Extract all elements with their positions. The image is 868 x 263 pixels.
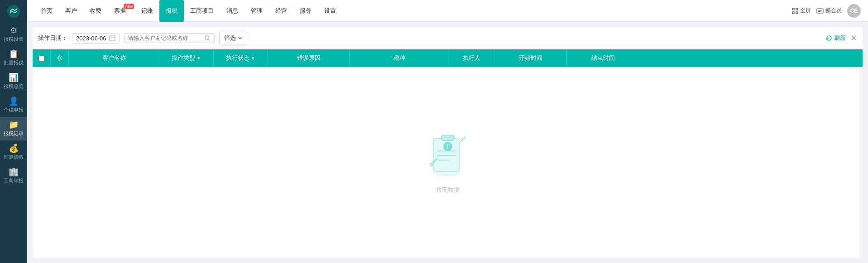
sidebar-item-baoshui-jilu[interactable]: 📁 报税记录 — [0, 117, 27, 141]
toolbar: 操作日期： 2023-06-06 筛选 刷新 — [33, 27, 863, 49]
overview-icon: 📊 — [9, 73, 19, 82]
svg-text:!: ! — [446, 143, 449, 150]
search-input[interactable] — [128, 35, 203, 41]
search-box[interactable] — [124, 33, 215, 43]
nav-guanli[interactable]: 管理 — [245, 0, 269, 22]
nav-items: 首页 客户 收费 票据 new 记账 报税 工商项目 消息 — [34, 0, 792, 22]
date-label: 操作日期： — [38, 34, 67, 42]
th-executor: 执行人 — [449, 49, 494, 67]
sort-icon: ▼ — [251, 56, 255, 61]
fullscreen-button[interactable]: 全屏 — [792, 7, 811, 15]
settings-icon: ⚙ — [10, 26, 17, 34]
svg-rect-1 — [792, 8, 794, 10]
avatar[interactable]: CE — [847, 4, 861, 18]
close-button[interactable]: ✕ — [850, 34, 857, 42]
person-icon: 👤 — [9, 97, 19, 105]
refresh-button[interactable]: 刷新 — [826, 34, 846, 42]
batch-icon: 📋 — [9, 50, 19, 58]
topnav: 首页 客户 收费 票据 new 记账 报税 工商项目 消息 — [27, 0, 868, 22]
svg-rect-2 — [796, 8, 798, 10]
topnav-right: 全屏 畅会员 CE — [792, 4, 861, 18]
gear-icon — [57, 55, 63, 61]
company-icon: 🏢 — [9, 168, 19, 176]
th-error-reason: 错误原因 — [268, 49, 350, 67]
svg-point-20 — [435, 171, 460, 176]
svg-point-19 — [464, 136, 465, 138]
nav-jingying[interactable]: 经营 — [269, 0, 293, 22]
nav-xiaoxi[interactable]: 消息 — [220, 0, 245, 22]
filter-button[interactable]: 筛选 — [219, 32, 247, 44]
sidebar: ⚙ 报税设置 📋 批量报税 📊 报税总览 👤 个税申报 📁 报税记录 💰 汇算清… — [0, 0, 27, 263]
scrollbar[interactable] — [859, 67, 863, 258]
chevron-down-icon — [238, 36, 242, 40]
th-customer-name: 客户名称 — [69, 49, 159, 67]
svg-rect-5 — [817, 9, 823, 13]
th-end-time: 结束时间 — [567, 49, 639, 67]
sidebar-item-baoshui-zonlan[interactable]: 📊 报税总览 — [0, 70, 27, 93]
sidebar-logo[interactable] — [0, 0, 27, 23]
sidebar-item-label: 批量报税 — [4, 59, 24, 66]
svg-rect-4 — [796, 12, 798, 14]
refresh-icon — [826, 35, 832, 41]
toolbar-right: 刷新 ✕ — [826, 34, 857, 42]
content-panel: 操作日期： 2023-06-06 筛选 刷新 — [33, 27, 863, 258]
empty-text: 暂无数据 — [436, 186, 460, 194]
content: 操作日期： 2023-06-06 筛选 刷新 — [27, 22, 868, 263]
date-value: 2023-06-06 — [76, 35, 106, 42]
th-settings[interactable] — [51, 49, 69, 67]
nav-baoshui[interactable]: 报税 — [159, 0, 184, 22]
svg-rect-6 — [110, 36, 115, 41]
select-all-checkbox[interactable] — [38, 55, 44, 61]
table-header: 客户名称 操作类型 ▼ 执行状态 ▼ 错误原因 税种 — [33, 49, 863, 67]
sidebar-item-label: 报税设置 — [4, 36, 24, 43]
calendar-icon — [109, 35, 115, 41]
nav-fuwu[interactable]: 服务 — [293, 0, 318, 22]
new-badge: new — [124, 4, 134, 10]
sidebar-item-gongshang-nianbao[interactable]: 🏢 工商年报 — [0, 164, 27, 188]
th-checkbox[interactable] — [33, 49, 51, 67]
member-button[interactable]: 畅会员 — [816, 7, 842, 15]
payment-icon: 💰 — [9, 144, 19, 152]
date-input[interactable]: 2023-06-06 — [72, 33, 120, 44]
nav-jizhang[interactable]: 记账 — [135, 0, 159, 22]
svg-point-17 — [430, 163, 433, 166]
svg-point-8 — [58, 57, 61, 59]
nav-shezhi[interactable]: 设置 — [318, 0, 342, 22]
sidebar-item-label: 汇算清缴 — [4, 154, 24, 161]
th-start-time: 开始时间 — [494, 49, 567, 67]
empty-illustration: ! — [425, 131, 470, 180]
nav-customer[interactable]: 客户 — [59, 0, 83, 22]
svg-rect-3 — [792, 12, 794, 14]
sidebar-item-label: 个税申报 — [4, 107, 24, 113]
svg-line-18 — [460, 138, 464, 141]
main-area: 首页 客户 收费 票据 new 记账 报税 工商项目 消息 — [27, 0, 868, 263]
nav-home[interactable]: 首页 — [34, 0, 59, 22]
sidebar-item-label: 报税总览 — [4, 83, 24, 90]
sidebar-item-baoshui-shezhi[interactable]: ⚙ 报税设置 — [0, 23, 27, 46]
th-tax-type: 税种 — [350, 49, 449, 67]
sidebar-item-label: 报税记录 — [4, 130, 24, 137]
th-op-type[interactable]: 操作类型 ▼ — [159, 49, 214, 67]
sort-icon: ▼ — [197, 56, 201, 61]
svg-point-0 — [7, 5, 20, 18]
refresh-label: 刷新 — [834, 34, 846, 42]
empty-state: ! 暂无数据 — [33, 67, 863, 258]
sidebar-item-piliang-baoshui[interactable]: 📋 批量报税 — [0, 46, 27, 70]
nav-gongshang[interactable]: 工商项目 — [184, 0, 220, 22]
svg-rect-10 — [441, 135, 454, 141]
nav-shoufei[interactable]: 收费 — [83, 0, 108, 22]
sidebar-item-geshui-shenbao[interactable]: 👤 个税申报 — [0, 93, 27, 117]
table-wrapper: 客户名称 操作类型 ▼ 执行状态 ▼ 错误原因 税种 — [33, 49, 863, 258]
search-icon — [205, 35, 211, 41]
sidebar-item-huisuan-jiaona[interactable]: 💰 汇算清缴 — [0, 141, 27, 164]
filter-label: 筛选 — [224, 34, 236, 42]
sidebar-item-label: 工商年报 — [4, 177, 24, 184]
th-exec-status[interactable]: 执行状态 ▼ — [214, 49, 268, 67]
nav-piao[interactable]: 票据 new — [108, 0, 135, 22]
record-icon: 📁 — [9, 121, 19, 129]
